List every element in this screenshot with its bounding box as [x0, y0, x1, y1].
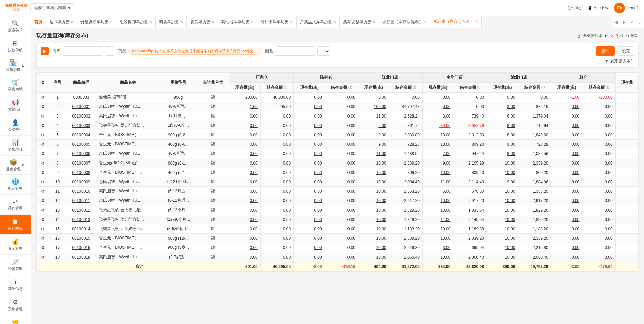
row-factory-stock[interactable]: 0.00: [229, 224, 261, 234]
row-jiangbei-stock[interactable]: 10.00: [358, 187, 389, 196]
row-factory-stock[interactable]: 0.00: [229, 168, 261, 177]
sidebar-item-marketing[interactable]: 📢 营销推广: [0, 95, 31, 115]
row-factory-stock[interactable]: 0.00: [229, 252, 261, 262]
row-nanan-stock[interactable]: 10.00: [422, 205, 453, 215]
row-settings[interactable]: ⚙: [37, 140, 49, 149]
row-settings[interactable]: ⚙: [37, 215, 49, 224]
row-jiangbei-stock[interactable]: 11.00: [358, 149, 389, 158]
row-code[interactable]: 00100014: [66, 224, 96, 234]
row-nanan-stock[interactable]: 0.00: [422, 93, 453, 102]
row-code[interactable]: 00100006: [66, 149, 96, 158]
settings-btn[interactable]: 设置: [618, 46, 634, 56]
row-yuibei-stock[interactable]: 10.00: [487, 243, 518, 252]
row-lushan-stock[interactable]: 0.00: [294, 187, 325, 196]
row-factory-stock[interactable]: 0.00: [229, 177, 261, 187]
row-lushan-stock[interactable]: 0.00: [294, 149, 325, 158]
row-lushan-stock[interactable]: 0.00: [294, 177, 325, 187]
row-yuibei-stock[interactable]: 10.00: [487, 215, 518, 224]
nav-next-btn[interactable]: ▶: [620, 16, 628, 28]
row-jiangbei-stock[interactable]: 10.00: [358, 205, 389, 215]
refresh-btn[interactable]: ↺ 刷新: [626, 33, 639, 39]
tab-inventory-check2[interactable]: 分量盘点单历史 ✕: [77, 16, 116, 28]
row-settings[interactable]: ⚙: [37, 187, 49, 196]
app-download-btn[interactable]: 📱 App下载: [587, 5, 609, 11]
row-settings[interactable]: ⚙: [37, 121, 49, 130]
row-total-stock[interactable]: 0.00: [551, 205, 582, 215]
store-selector[interactable]: 母婴行业演示陈套 ▼: [30, 3, 75, 12]
row-factory-stock[interactable]: 0.00: [229, 196, 261, 205]
yuibei-info-icon[interactable]: ⓘ: [541, 86, 545, 89]
row-factory-stock[interactable]: 0.00: [229, 111, 261, 121]
tab-transfer[interactable]: 调拨单历史 ✕: [156, 16, 187, 28]
tab-stock-status[interactable]: 现存量（库存状况表） ✕: [379, 16, 430, 28]
row-jiangbei-stock[interactable]: 10.00: [358, 224, 389, 234]
row-total-stock[interactable]: 0.00: [551, 243, 582, 252]
row-factory-stock[interactable]: 0.00: [229, 121, 261, 130]
row-jiangbei-stock[interactable]: 9.00: [358, 130, 389, 140]
row-total-stock[interactable]: 0.00: [551, 149, 582, 158]
settings-col-header[interactable]: ⚙: [37, 73, 49, 93]
row-nanan-stock[interactable]: 10.00: [422, 130, 453, 140]
sidebar-item-operation[interactable]: 📈 经营管理: [0, 255, 31, 275]
filter-expand-btn[interactable]: ▶: [41, 47, 49, 55]
row-nanan-stock[interactable]: 10.00: [422, 168, 453, 177]
row-code[interactable]: 00100016: [66, 243, 96, 252]
row-nanan-stock[interactable]: 5.00: [422, 187, 453, 196]
row-lushan-stock[interactable]: 0.00: [294, 224, 325, 234]
row-yuibei-stock[interactable]: 10.00: [487, 224, 518, 234]
row-yuibei-stock[interactable]: 10.00: [487, 158, 518, 168]
nav-close-btn[interactable]: ✕: [628, 16, 636, 28]
logo-area[interactable]: 畅捷通好生意 标版: [5, 3, 28, 12]
row-yuibei-stock[interactable]: 10.00: [487, 252, 518, 262]
warehouse-input[interactable]: [63, 46, 103, 56]
row-jiangbei-stock[interactable]: 10.00: [358, 215, 389, 224]
row-total-stock[interactable]: 0.00: [551, 224, 582, 234]
tab-close-inventory-check2[interactable]: ✕: [110, 20, 113, 24]
row-lushan-stock[interactable]: 0.00: [294, 121, 325, 130]
tab-close-cost-adjust[interactable]: ✕: [373, 20, 375, 24]
row-code[interactable]: 00100009: [66, 177, 96, 187]
row-lushan-stock[interactable]: 0.00: [294, 158, 325, 168]
row-factory-stock[interactable]: 0.00: [229, 130, 261, 140]
row-yuibei-stock[interactable]: 10.00: [487, 205, 518, 215]
row-yuibei-stock[interactable]: 8.00: [487, 130, 518, 140]
row-code[interactable]: 00100005: [66, 140, 96, 149]
nanan-info-icon[interactable]: ⓘ: [477, 86, 480, 89]
row-code[interactable]: 00100008: [66, 168, 96, 177]
row-settings[interactable]: ⚙: [37, 243, 49, 252]
tab-purchase2[interactable]: 要货单历史 ✕: [187, 16, 218, 28]
row-jiangbei-stock[interactable]: 0.00: [358, 93, 389, 102]
row-yuibei-stock[interactable]: 0.00: [487, 93, 518, 102]
row-settings[interactable]: ⚙: [37, 177, 49, 187]
sidebar-item-search[interactable]: 🔍 搜索英单: [0, 16, 31, 36]
row-jiangbei-stock[interactable]: 10.00: [358, 234, 389, 243]
row-nanan-stock[interactable]: 10.00: [422, 196, 453, 205]
row-yuibei-stock[interactable]: 9.00: [487, 140, 518, 149]
sidebar-item-retail[interactable]: 🏪 零售管理 ▲: [0, 56, 31, 75]
row-code[interactable]: 00100003: [66, 121, 96, 130]
row-code[interactable]: 00100002: [66, 111, 96, 121]
row-yuibei-stock[interactable]: 10.00: [487, 187, 518, 196]
row-factory-stock[interactable]: 0.00: [229, 215, 261, 224]
sidebar-item-shop[interactable]: 🛒 零售商城: [0, 75, 31, 95]
row-jiangbei-stock[interactable]: 10.00: [358, 177, 389, 187]
tab-close-product-in[interactable]: ✕: [333, 20, 336, 24]
row-factory-stock[interactable]: 0.00: [229, 158, 261, 168]
row-nanan-stock[interactable]: 3.00: [422, 111, 453, 121]
row-settings[interactable]: ⚙: [37, 130, 49, 140]
row-factory-stock[interactable]: 0.00: [229, 140, 261, 149]
row-lushan-stock[interactable]: 0.00: [294, 215, 325, 224]
sidebar-item-basic[interactable]: ℹ 基础信息: [0, 275, 31, 295]
row-jiangbei-stock[interactable]: 9.00: [358, 121, 389, 130]
row-yuibei-stock[interactable]: 3.00: [487, 102, 518, 111]
row-total-stock[interactable]: 0.00: [551, 111, 582, 121]
export-btn[interactable]: ↗ 导出: [610, 33, 623, 39]
tab-assembly[interactable]: 组装拆卸单历史 ✕: [116, 16, 156, 28]
row-settings[interactable]: ⚙: [37, 234, 49, 243]
sidebar-item-wholesale[interactable]: 📦 批发管理 ▼: [0, 156, 31, 175]
row-nanan-stock[interactable]: 7.00: [422, 149, 453, 158]
row-total-stock[interactable]: 0.00: [551, 252, 582, 262]
row-lushan-stock[interactable]: 0.00: [294, 93, 325, 102]
tab-close-other-out[interactable]: ✕: [251, 20, 254, 24]
jiangbei-info-icon[interactable]: ⓘ: [413, 86, 416, 89]
